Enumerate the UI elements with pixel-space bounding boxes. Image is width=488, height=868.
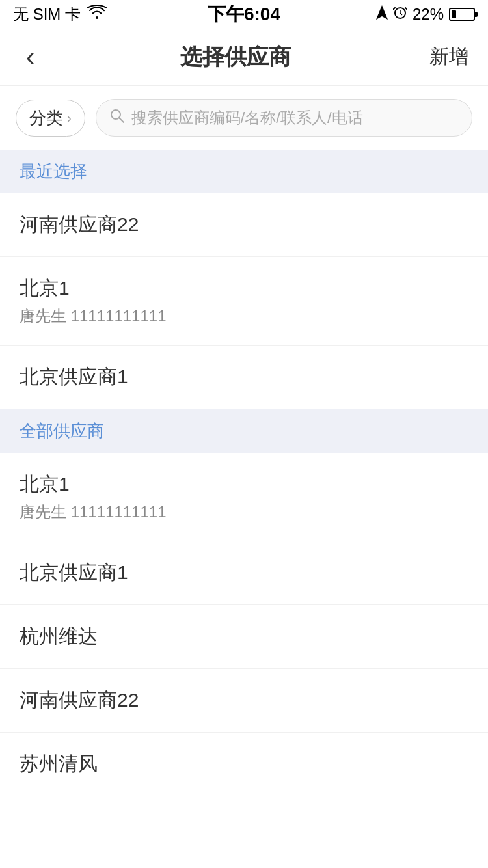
- item-name: 北京供应商1: [20, 560, 468, 586]
- chevron-right-icon: ›: [67, 111, 72, 126]
- item-name: 河南供应商22: [20, 687, 468, 714]
- item-name: 北京供应商1: [20, 364, 468, 390]
- item-name: 北京1: [20, 275, 468, 302]
- item-name: 河南供应商22: [20, 211, 468, 238]
- supplier-list: 最近选择河南供应商22北京1唐先生 11111111111北京供应商1全部供应商…: [0, 150, 488, 796]
- item-name: 苏州清风: [20, 751, 468, 778]
- search-icon: [109, 108, 125, 128]
- status-bar: 无 SIM 卡 下午6:04 22%: [0, 0, 488, 29]
- search-placeholder: 搜索供应商编码/名称/联系人/电话: [131, 107, 363, 128]
- carrier-text: 无 SIM 卡: [13, 4, 81, 25]
- location-icon: [376, 5, 388, 23]
- status-time: 下午6:04: [208, 2, 280, 27]
- list-item[interactable]: 北京1唐先生 11111111111: [0, 453, 488, 541]
- item-sub: 唐先生 11111111111: [20, 502, 468, 522]
- search-bar[interactable]: 搜索供应商编码/名称/联系人/电话: [96, 99, 472, 137]
- back-button[interactable]: ‹: [20, 36, 41, 78]
- battery-icon: [449, 8, 475, 21]
- battery-percent: 22%: [413, 5, 444, 23]
- svg-line-2: [119, 118, 124, 123]
- list-item[interactable]: 北京供应商1: [0, 346, 488, 409]
- item-name: 北京1: [20, 471, 468, 498]
- page-title: 选择供应商: [180, 42, 291, 72]
- item-sub: 唐先生 11111111111: [20, 306, 468, 327]
- list-item[interactable]: 河南供应商22: [0, 669, 488, 733]
- list-item[interactable]: 苏州清风: [0, 733, 488, 796]
- filter-bar: 分类 › 搜索供应商编码/名称/联系人/电话: [0, 86, 488, 150]
- wifi-icon: [87, 5, 107, 23]
- add-button[interactable]: 新增: [429, 44, 468, 70]
- section-header-all: 全部供应商: [0, 409, 488, 453]
- status-right: 22%: [376, 5, 475, 23]
- category-button[interactable]: 分类 ›: [16, 100, 85, 137]
- status-left: 无 SIM 卡: [13, 4, 107, 25]
- list-item[interactable]: 北京供应商1: [0, 541, 488, 605]
- section-header-recent: 最近选择: [0, 150, 488, 193]
- list-item[interactable]: 杭州维达: [0, 605, 488, 669]
- item-name: 杭州维达: [20, 623, 468, 650]
- list-item[interactable]: 河南供应商22: [0, 193, 488, 257]
- alarm-icon: [393, 5, 407, 23]
- list-item[interactable]: 北京1唐先生 11111111111: [0, 257, 488, 346]
- nav-bar: ‹ 选择供应商 新增: [0, 29, 488, 86]
